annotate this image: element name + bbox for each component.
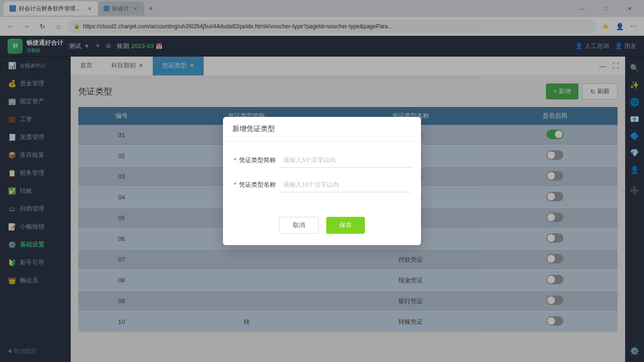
dialog-footer: 取消 保存 bbox=[223, 213, 421, 245]
cancel-button[interactable]: 取消 bbox=[279, 217, 319, 234]
short-name-input[interactable] bbox=[280, 153, 412, 168]
required-star-1: * bbox=[234, 156, 236, 164]
save-button[interactable]: 保存 bbox=[326, 217, 365, 234]
add-voucher-dialog: 新增凭证类型 * 凭证类型简称 * 凭证类型名称 取消 保存 bbox=[223, 117, 421, 245]
full-name-label: * 凭证类型名称 bbox=[232, 181, 280, 189]
form-row-short-name: * 凭证类型简称 bbox=[232, 153, 412, 168]
short-name-label: * 凭证类型简称 bbox=[232, 156, 280, 165]
dialog-title: 新增凭证类型 bbox=[223, 117, 421, 141]
dialog-body: * 凭证类型简称 * 凭证类型名称 bbox=[223, 141, 421, 213]
full-name-input[interactable] bbox=[280, 177, 412, 192]
required-star-2: * bbox=[234, 181, 236, 188]
form-row-full-name: * 凭证类型名称 bbox=[232, 177, 412, 192]
dialog-overlay: 新增凭证类型 * 凭证类型简称 * 凭证类型名称 取消 保存 bbox=[0, 0, 644, 362]
